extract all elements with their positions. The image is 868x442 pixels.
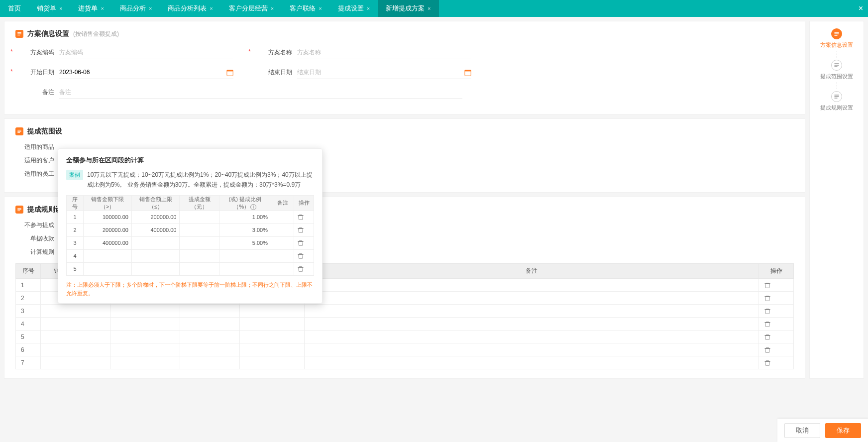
svg-rect-13 xyxy=(835,32,839,33)
tab-客户分层经营[interactable]: 客户分层经营× xyxy=(221,0,282,17)
tth-op: 操作 xyxy=(294,195,314,211)
delete-row-icon[interactable] xyxy=(759,279,794,292)
step-icon xyxy=(831,60,842,71)
svg-rect-10 xyxy=(17,208,21,209)
svg-rect-21 xyxy=(835,98,838,99)
tth-amount: 提成金额（元） xyxy=(180,195,219,211)
input-end-date[interactable] xyxy=(297,65,471,79)
step-2[interactable]: 提成范围设置 xyxy=(820,60,853,80)
table-row: 3 xyxy=(16,305,794,318)
tab-close-icon[interactable]: × xyxy=(59,5,62,11)
tab-商品分析[interactable]: 商品分析× xyxy=(112,0,160,17)
label-end: 结束日期 xyxy=(268,69,292,76)
tab-close-icon[interactable]: × xyxy=(367,5,370,11)
input-start-date[interactable] xyxy=(59,65,233,79)
svg-rect-20 xyxy=(835,96,839,97)
tab-close-icon[interactable]: × xyxy=(428,5,431,11)
step-3[interactable]: 提成规则设置 xyxy=(820,91,853,111)
tab-新增提成方案[interactable]: 新增提成方案× xyxy=(378,0,438,17)
table-row: 1100000.00200000.001.00% xyxy=(67,211,314,223)
step-label: 提成范围设置 xyxy=(820,73,853,80)
step-1[interactable]: 方案信息设置 xyxy=(820,28,853,49)
svg-rect-2 xyxy=(17,35,20,35)
panel-icon xyxy=(15,206,23,214)
table-row: 5 xyxy=(16,331,794,343)
panel-icon xyxy=(15,127,23,135)
tab-bar: 首页销货单×进货单×商品分析×商品分析列表×客户分层经营×客户联络×提成设置×新… xyxy=(0,0,868,17)
tooltip-note: 注：上限必须大于下限；多个阶梯时，下一个阶梯下限要等于前一阶梯上限；不同行之间下… xyxy=(66,281,314,298)
tab-首页[interactable]: 首页 xyxy=(0,0,29,17)
tab-close-icon[interactable]: × xyxy=(101,5,104,11)
step-connector xyxy=(837,51,837,58)
svg-rect-4 xyxy=(227,70,233,72)
tab-进货单[interactable]: 进货单× xyxy=(70,0,111,17)
svg-rect-0 xyxy=(17,32,21,33)
label-name: 方案名称 xyxy=(268,49,292,56)
info-icon: i xyxy=(250,204,256,210)
tab-close-icon[interactable]: × xyxy=(271,5,274,11)
tth-lower: 销售金额下限（>） xyxy=(84,195,132,211)
label-exclude: 不参与提成 xyxy=(15,221,54,229)
tab-客户联络[interactable]: 客户联络× xyxy=(282,0,329,17)
label-start: 开始日期 xyxy=(30,69,54,76)
label-calc-rule: 计算规则 xyxy=(15,248,54,256)
table-row: 7 xyxy=(16,356,794,369)
delete-row-icon[interactable] xyxy=(294,249,314,262)
delete-row-icon[interactable] xyxy=(294,211,314,223)
panel-subtitle: (按销售金额提成) xyxy=(73,30,119,38)
delete-row-icon[interactable] xyxy=(759,318,794,331)
panel-plan-info: 方案信息设置 (按销售金额提成) *方案编码 *方案名称 *开始日期 xyxy=(4,21,805,114)
svg-rect-1 xyxy=(17,33,21,34)
svg-rect-19 xyxy=(835,95,839,96)
tth-ratio: (或) 提成比例（%）i xyxy=(219,195,271,211)
svg-rect-8 xyxy=(17,131,21,131)
table-row: 4 xyxy=(16,318,794,331)
tab-close-icon[interactable]: × xyxy=(319,5,322,11)
tth-seq: 序号 xyxy=(67,195,84,211)
tab-close-icon[interactable]: × xyxy=(149,5,152,11)
table-row: 5 xyxy=(67,262,314,275)
svg-rect-15 xyxy=(835,35,838,36)
delete-row-icon[interactable] xyxy=(759,292,794,305)
step-label: 方案信息设置 xyxy=(820,41,853,49)
calendar-icon[interactable] xyxy=(464,69,471,76)
svg-rect-6 xyxy=(465,70,471,72)
label-receipt: 单据收款 xyxy=(15,234,54,243)
tooltip-badge: 案例 xyxy=(66,170,83,180)
step-connector xyxy=(837,82,837,89)
delete-row-icon[interactable] xyxy=(759,305,794,318)
th-op: 操作 xyxy=(759,264,794,279)
tab-bar-close-icon[interactable]: × xyxy=(859,0,863,17)
svg-rect-16 xyxy=(835,63,839,64)
delete-row-icon[interactable] xyxy=(759,331,794,343)
input-plan-name[interactable] xyxy=(297,45,471,59)
svg-rect-14 xyxy=(835,33,839,34)
input-plan-code[interactable] xyxy=(59,45,233,59)
delete-row-icon[interactable] xyxy=(294,262,314,275)
panel-title: 提成范围设 xyxy=(27,127,62,136)
tab-close-icon[interactable]: × xyxy=(210,5,213,11)
tth-remark: 备注 xyxy=(271,195,294,211)
step-label: 提成规则设置 xyxy=(820,104,853,111)
tab-销货单[interactable]: 销货单× xyxy=(29,0,70,17)
delete-row-icon[interactable] xyxy=(759,343,794,356)
tab-商品分析列表[interactable]: 商品分析列表× xyxy=(160,0,220,17)
calendar-icon[interactable] xyxy=(226,69,233,76)
panel-icon xyxy=(15,30,23,38)
tab-提成设置[interactable]: 提成设置× xyxy=(330,0,378,17)
delete-row-icon[interactable] xyxy=(294,223,314,236)
svg-rect-7 xyxy=(17,130,21,130)
steps-nav: 方案信息设置 提成范围设置 提成规则设置 xyxy=(809,21,864,379)
delete-row-icon[interactable] xyxy=(759,356,794,369)
th-seq: 序号 xyxy=(16,264,41,279)
label-code: 方案编码 xyxy=(30,49,54,56)
step-icon xyxy=(831,28,842,39)
tooltip-table: 序号 销售金额下限（>） 销售金额上限（≤） 提成金额（元） (或) 提成比例（… xyxy=(66,195,314,276)
delete-row-icon[interactable] xyxy=(294,236,314,249)
tooltip-title: 全额参与所在区间段的计算 xyxy=(66,156,314,165)
label-staff: 适用的员工 xyxy=(15,170,54,178)
svg-rect-11 xyxy=(17,209,21,210)
input-remark[interactable] xyxy=(59,85,462,99)
table-row: 6 xyxy=(16,343,794,356)
table-row: 4 xyxy=(67,249,314,262)
